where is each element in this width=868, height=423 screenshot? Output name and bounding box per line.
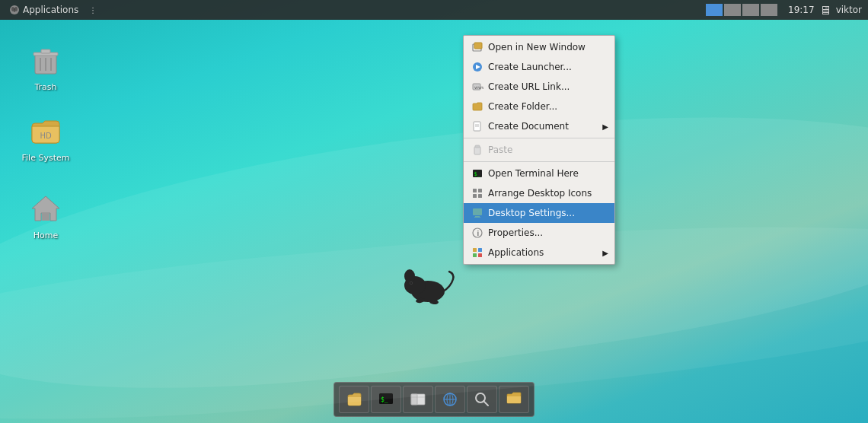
trash-icon-image <box>27 42 64 78</box>
workspace-switcher <box>706 4 777 16</box>
svg-rect-29 <box>474 147 480 154</box>
menu-create-folder[interactable]: Create Folder... <box>464 97 614 116</box>
menu-properties[interactable]: i Properties... <box>464 223 614 243</box>
link-icon: www <box>471 81 483 93</box>
menu-open-terminal[interactable]: $_ Open Terminal Here <box>464 164 614 183</box>
menu-paste-label: Paste <box>488 145 512 155</box>
clock: 19:17 <box>788 5 815 15</box>
apps-icon <box>471 246 483 259</box>
menu-create-document[interactable]: Create Document ▶ <box>464 116 614 136</box>
svg-rect-30 <box>475 145 480 148</box>
svg-point-2 <box>14 7 18 11</box>
paste-icon <box>471 144 483 156</box>
applications-menu-button[interactable]: Applications <box>5 3 83 17</box>
create-doc-submenu-arrow: ▶ <box>602 122 608 131</box>
taskbar-folder-icon <box>346 391 362 408</box>
taskbar-terminal-button[interactable]: $_ <box>371 386 401 413</box>
trash-label: Trash <box>32 81 59 93</box>
menu-applications-label: Applications <box>488 247 544 258</box>
menu-open-new-window[interactable]: Open in New Window <box>464 37 614 57</box>
svg-rect-45 <box>478 253 482 257</box>
svg-rect-49 <box>411 394 417 405</box>
svg-rect-43 <box>478 248 482 252</box>
separator-1 <box>464 138 614 138</box>
network-icon: 🖥 <box>819 3 831 17</box>
launcher-icon <box>471 61 483 73</box>
svg-point-13 <box>411 281 445 302</box>
taskbar-terminal-icon: $_ <box>378 391 394 408</box>
svg-rect-3 <box>14 8 15 12</box>
workspace-2-button[interactable] <box>724 4 741 16</box>
menu-desktop-settings[interactable]: Desktop Settings... <box>464 203 614 223</box>
menu-create-launcher[interactable]: Create Launcher... <box>464 57 614 77</box>
svg-rect-42 <box>473 248 477 252</box>
taskbar: $_ <box>333 382 535 417</box>
home-label: Home <box>31 230 60 241</box>
svg-rect-34 <box>478 189 482 192</box>
taskbar-desktop-button[interactable] <box>499 386 529 413</box>
menu-open-new-window-label: Open in New Window <box>488 42 586 52</box>
svg-text:i: i <box>477 230 479 237</box>
svg-rect-21 <box>474 43 482 49</box>
menu-create-url-label: Create URL Link... <box>488 81 570 92</box>
svg-point-1 <box>11 7 14 11</box>
svg-rect-37 <box>473 208 482 215</box>
menu-arrange-icons[interactable]: Arrange Desktop Icons <box>464 183 614 203</box>
menu-applications[interactable]: Applications ▶ <box>464 243 614 262</box>
svg-rect-33 <box>473 189 477 192</box>
taskbar-browser-button[interactable] <box>435 386 465 413</box>
taskbar-search-icon <box>474 391 490 408</box>
menu-create-url-link[interactable]: www Create URL Link... <box>464 77 614 97</box>
desktop[interactable]: Applications ⋮ 19:17 🖥 viktor <box>0 0 868 423</box>
mouse-mascot-svg <box>396 262 457 308</box>
svg-text:$_: $_ <box>381 396 388 403</box>
top-panel: Applications ⋮ 19:17 🖥 viktor <box>0 0 868 20</box>
context-menu: Open in New Window Create Launcher... ww… <box>463 35 615 265</box>
taskbar-filemanager-button[interactable] <box>403 386 433 413</box>
applications-submenu-arrow: ▶ <box>602 249 608 257</box>
menu-arrange-icons-label: Arrange Desktop Icons <box>488 188 592 199</box>
open-window-icon <box>471 41 483 53</box>
filesystem-svg: HD <box>29 114 62 148</box>
svg-rect-39 <box>474 217 480 218</box>
taskbar-filemanager-icon <box>410 391 426 408</box>
workspace-4-button[interactable] <box>761 4 777 16</box>
menu-paste: Paste <box>464 140 614 160</box>
filesystem-label: File System <box>20 152 72 164</box>
panel-options-icon[interactable]: ⋮ <box>89 6 97 14</box>
svg-rect-36 <box>478 194 482 198</box>
svg-text:$_: $_ <box>474 171 481 177</box>
properties-icon: i <box>471 227 483 239</box>
home-svg <box>29 192 62 225</box>
menu-create-folder-label: Create Folder... <box>488 101 557 112</box>
mouse-mascot <box>396 262 457 308</box>
app-menu-label: Applications <box>23 5 78 15</box>
svg-point-14 <box>404 276 426 294</box>
home-icon-desktop[interactable]: Home <box>15 190 76 241</box>
separator-2 <box>464 161 614 162</box>
filesystem-icon-image: HD <box>27 113 64 149</box>
taskbar-globe-icon <box>442 391 458 408</box>
taskbar-files-button[interactable] <box>339 386 369 413</box>
svg-rect-35 <box>473 194 477 198</box>
menu-properties-label: Properties... <box>488 227 543 238</box>
taskbar-search-button[interactable] <box>467 386 497 413</box>
home-icon-image <box>27 190 64 227</box>
svg-rect-6 <box>41 49 50 53</box>
xfce-icon <box>9 5 20 15</box>
menu-create-document-label: Create Document <box>488 121 569 132</box>
desktop-settings-icon <box>471 207 483 219</box>
svg-point-19 <box>429 299 439 304</box>
svg-rect-11 <box>42 213 49 221</box>
svg-text:www: www <box>474 84 483 90</box>
svg-point-16 <box>410 281 413 285</box>
workspace-1-button[interactable] <box>706 4 723 16</box>
trash-icon-desktop[interactable]: Trash <box>15 42 76 93</box>
trash-svg <box>29 43 62 77</box>
create-doc-icon <box>471 120 483 132</box>
create-folder-icon <box>471 100 483 113</box>
filesystem-icon-desktop[interactable]: HD File System <box>15 113 76 164</box>
workspace-3-button[interactable] <box>742 4 759 16</box>
taskbar-desktop-icon <box>506 391 522 408</box>
user-label: viktor <box>836 5 862 15</box>
